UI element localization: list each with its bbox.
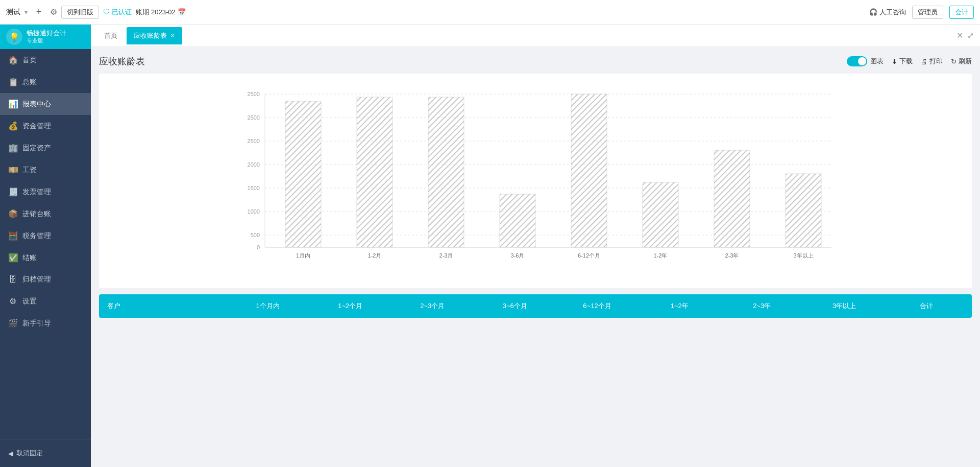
switch-version-button[interactable]: 切到旧版: [61, 6, 99, 19]
print-button[interactable]: 🖨 打印: [921, 57, 943, 66]
svg-text:3年以上: 3年以上: [793, 252, 813, 259]
sidebar-icon-guide: 🎬: [8, 318, 17, 328]
sidebar-icon-settings: ⚙: [8, 296, 17, 306]
sidebar-icon-ledger: 📋: [8, 77, 17, 87]
sidebar-icon-report: 📊: [8, 99, 17, 109]
sidebar-icon-wage: 💴: [8, 165, 17, 175]
svg-text:2-3月: 2-3月: [439, 252, 453, 259]
window-close-button[interactable]: ✕: [957, 31, 963, 40]
sidebar-nav: 🏠 首页 📋 总账 📊 报表中心 💰 资金管理 🏢 固定资产 💴 工资 🧾 发票…: [0, 49, 91, 439]
col-1m: 1个月内: [227, 294, 309, 318]
sidebar-label-tax: 税务管理: [22, 231, 51, 241]
svg-rect-32: [786, 174, 821, 247]
manager-button[interactable]: 管理员: [912, 6, 943, 19]
col-3-6m: 3~6个月: [474, 294, 556, 318]
sidebar-icon-home: 🏠: [8, 55, 17, 65]
settings-icon[interactable]: ⚙: [50, 7, 57, 17]
refresh-label: 刷新: [959, 57, 972, 66]
sidebar-item-invoice[interactable]: 🧾 发票管理: [0, 181, 91, 203]
tab-bar: 首页 应收账龄表 ✕ ✕ ⤢: [91, 25, 980, 47]
sidebar-item-settle[interactable]: ✅ 结账: [0, 247, 91, 269]
svg-text:1月内: 1月内: [296, 252, 310, 259]
sidebar-label-settings: 设置: [22, 297, 37, 306]
sidebar-icon-archive: 🗄: [8, 275, 17, 284]
sidebar-label-archive: 归档管理: [22, 275, 51, 284]
sidebar-item-asset[interactable]: 🏢 固定资产: [0, 137, 91, 159]
sidebar-icon-asset: 🏢: [8, 143, 17, 153]
tab-bar-actions: ✕ ⤢: [957, 31, 974, 40]
svg-text:2500: 2500: [248, 138, 260, 144]
table-header: 客户 1个月内 1~2个月 2~3个月 3~6个月 6~12个月 1~2年 2~…: [99, 294, 972, 318]
refresh-button[interactable]: ↻ 刷新: [951, 57, 972, 66]
company-dropdown-icon[interactable]: ▾: [24, 9, 28, 16]
report-title: 应收账龄表: [99, 55, 145, 67]
print-icon: 🖨: [921, 58, 927, 65]
svg-text:2500: 2500: [248, 91, 260, 97]
sidebar-logo: 💡 畅捷通好会计 专业版: [0, 25, 91, 49]
col-total: 合计: [886, 294, 968, 318]
download-button[interactable]: ⬇ 下载: [892, 57, 913, 66]
accountant-button[interactable]: 会计: [949, 6, 974, 19]
col-1-2y: 1~2年: [639, 294, 721, 318]
main-layout: 💡 畅捷通好会计 专业版 🏠 首页 📋 总账 📊 报表中心 💰 资金管理 🏢 固…: [0, 25, 980, 467]
company-name: 测试: [6, 8, 20, 17]
window-expand-button[interactable]: ⤢: [967, 31, 974, 40]
period-value: 2023-02: [151, 8, 176, 16]
calendar-icon[interactable]: 📅: [178, 8, 186, 16]
sidebar-item-home[interactable]: 🏠 首页: [0, 49, 91, 71]
consult-icon: 🎧: [869, 8, 877, 16]
svg-text:1-2月: 1-2月: [368, 252, 382, 259]
consult-label: 人工咨询: [879, 8, 906, 17]
chart-container: 2500 2500 2500 2000 1500 1000 500 0: [99, 74, 972, 288]
sidebar-item-archive[interactable]: 🗄 归档管理: [0, 269, 91, 290]
sidebar-label-trade: 进销台账: [22, 209, 51, 219]
col-2-3y: 2~3年: [721, 294, 803, 318]
svg-text:6-12个月: 6-12个月: [578, 252, 600, 259]
svg-text:0: 0: [257, 244, 260, 250]
svg-rect-28: [643, 182, 678, 247]
content-area: 首页 应收账龄表 ✕ ✕ ⤢ 应收账龄表 图表: [91, 25, 980, 467]
sidebar-label-home: 首页: [22, 56, 37, 65]
svg-rect-22: [428, 97, 464, 247]
chart-toggle-label: 图表: [870, 57, 884, 66]
cancel-fixed-button[interactable]: ◀ 取消固定: [0, 445, 91, 462]
sidebar-label-invoice: 发票管理: [22, 188, 51, 197]
sidebar-item-report[interactable]: 📊 报表中心: [0, 93, 91, 115]
sidebar-label-fund: 资金管理: [22, 122, 51, 131]
sidebar-item-guide[interactable]: 🎬 新手引导: [0, 312, 91, 334]
sidebar-item-settings[interactable]: ⚙ 设置: [0, 290, 91, 312]
col-2-3m: 2~3个月: [391, 294, 474, 318]
svg-rect-18: [285, 101, 321, 247]
page-content: 应收账龄表 图表 ⬇ 下载 🖨 打印 ↻: [91, 47, 980, 467]
chart-toggle[interactable]: 图表: [847, 56, 884, 66]
period-display: 账期 2023-02 📅: [136, 8, 186, 17]
topbar-left: 测试 ▾ + ⚙ 切到旧版 🛡 已认证 账期 2023-02 📅: [6, 6, 865, 19]
svg-text:500: 500: [251, 232, 260, 238]
svg-rect-24: [500, 194, 535, 247]
sidebar-label-asset: 固定资产: [22, 144, 51, 153]
add-tab-button[interactable]: +: [32, 7, 46, 17]
cancel-fixed-label: 取消固定: [16, 449, 43, 458]
sidebar-item-wage[interactable]: 💴 工资: [0, 159, 91, 181]
logo-edition: 专业版: [27, 37, 66, 44]
svg-text:2000: 2000: [248, 161, 260, 168]
svg-text:2500: 2500: [248, 114, 260, 121]
toggle-switch-control[interactable]: [847, 56, 867, 66]
tab-home-label: 首页: [104, 32, 117, 39]
tab-home[interactable]: 首页: [97, 27, 125, 44]
sidebar-label-report: 报表中心: [22, 100, 51, 109]
sidebar-item-ledger[interactable]: 📋 总账: [0, 71, 91, 93]
consult-button[interactable]: 🎧 人工咨询: [869, 8, 906, 17]
sidebar-label-settle: 结账: [22, 253, 37, 263]
tab-close-icon[interactable]: ✕: [170, 32, 175, 39]
sidebar-item-tax[interactable]: 🧮 税务管理: [0, 225, 91, 247]
sidebar-item-trade[interactable]: 📦 进销台账: [0, 203, 91, 225]
chart-area: 2500 2500 2500 2000 1500 1000 500 0: [109, 84, 962, 278]
refresh-icon: ↻: [951, 58, 957, 65]
sidebar-icon-settle: ✅: [8, 253, 17, 263]
tab-receivable[interactable]: 应收账龄表 ✕: [127, 27, 182, 44]
sidebar-item-fund[interactable]: 💰 资金管理: [0, 115, 91, 137]
topbar-right: 🎧 人工咨询 管理员 会计: [869, 6, 974, 19]
tab-receivable-label: 应收账龄表: [134, 31, 167, 40]
logo-app-name: 畅捷通好会计: [27, 29, 66, 37]
